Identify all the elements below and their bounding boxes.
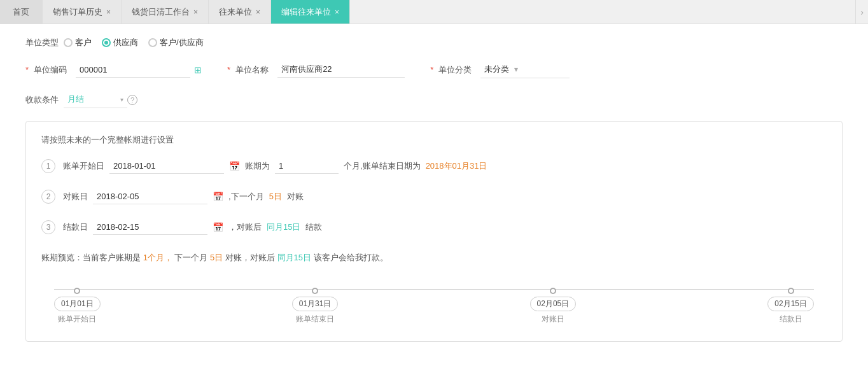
step-1-mid-text: 账期为 bbox=[245, 160, 270, 172]
timeline-label-2: 02月05日 bbox=[530, 297, 577, 311]
preview-bar: 账期预览：当前客户账期是 1个月， 下一个月 5日 对账，对账后 同月15日 该… bbox=[41, 250, 827, 265]
step-2-date-input[interactable] bbox=[93, 189, 207, 204]
step-2-label: 对账日 bbox=[63, 191, 88, 202]
radio-supplier-circle bbox=[102, 38, 111, 47]
timeline-label-1: 01月31日 bbox=[292, 297, 339, 311]
unit-category-label: 单位分类 bbox=[438, 64, 472, 76]
timeline-dot-3 bbox=[788, 288, 794, 294]
step-3-date-input[interactable] bbox=[93, 220, 207, 235]
tab-sales-history[interactable]: 销售订单历史 × bbox=[43, 0, 122, 24]
unit-info-row: * 单位编码 ⊞ * 单位名称 * 单位分类 未分类 ▾ bbox=[25, 61, 843, 78]
step-2-num: 2 bbox=[41, 190, 55, 204]
step-3-calendar-icon[interactable]: 📅 bbox=[213, 222, 223, 232]
step-1-label: 账单开始日 bbox=[63, 160, 104, 172]
timeline-item-1: 01月31日 账单结束日 bbox=[292, 288, 339, 325]
tab-sales-history-close[interactable]: × bbox=[106, 8, 111, 17]
radio-customer-circle bbox=[64, 38, 73, 47]
tab-home[interactable]: 首页 bbox=[0, 0, 43, 24]
tab-edit-partner[interactable]: 编辑往来单位 × bbox=[271, 0, 350, 24]
step-2-content: 对账日 📅 ,下一个月 5日 对账 bbox=[63, 189, 304, 204]
step-2-suffix-after: 对账 bbox=[287, 191, 304, 202]
step-3-suffix-before: ，对账后 bbox=[228, 222, 262, 233]
timeline-item-2: 02月05日 对账日 bbox=[530, 288, 577, 325]
period-section: 请按照未来的一个完整帐期进行设置 1 账单开始日 📅 账期为 个月,账单结束日期… bbox=[25, 121, 843, 342]
unit-name-input[interactable] bbox=[277, 62, 405, 78]
tab-cash-work-label: 钱货日清工作台 bbox=[132, 6, 190, 18]
unit-category-select[interactable]: 未分类 ▾ bbox=[480, 61, 570, 78]
preview-mid2: 对账，对账后 bbox=[225, 253, 275, 262]
timeline-item-3: 02月15日 结款日 bbox=[767, 288, 814, 325]
copy-icon[interactable]: ⊞ bbox=[194, 65, 202, 75]
step-3-label: 结款日 bbox=[63, 222, 88, 233]
tab-home-label: 首页 bbox=[13, 6, 29, 18]
unit-type-row: 单位类型 客户 供应商 客户/供应商 bbox=[25, 37, 843, 48]
timeline-items: 01月01日 账单开始日 01月31日 账单结束日 02月05日 对账日 02月… bbox=[54, 288, 814, 325]
step-1-num: 1 bbox=[41, 159, 55, 173]
unit-type-label: 单位类型 bbox=[25, 37, 59, 48]
tab-edit-partner-label: 编辑往来单位 bbox=[281, 6, 331, 18]
radio-customer-supplier-circle bbox=[148, 38, 157, 47]
tab-cash-work-close[interactable]: × bbox=[193, 8, 198, 17]
preview-highlight3: 同月15日 bbox=[277, 253, 311, 262]
tab-sales-history-label: 销售订单历史 bbox=[53, 6, 102, 18]
radio-customer-label: 客户 bbox=[75, 37, 92, 48]
radio-customer-supplier-label: 客户/供应商 bbox=[160, 37, 204, 48]
step-1-period-end: 2018年01月31日 bbox=[426, 160, 487, 172]
payment-terms-arrow: ▾ bbox=[120, 96, 123, 103]
tab-bar: 首页 销售订单历史 × 钱货日清工作台 × 往来单位 × 编辑往来单位 × › bbox=[0, 0, 868, 24]
timeline-item-0: 01月01日 账单开始日 bbox=[54, 288, 101, 325]
section-title: 请按照未来的一个完整帐期进行设置 bbox=[41, 134, 827, 146]
step-1-date-input[interactable] bbox=[109, 158, 224, 174]
timeline: 01月01日 账单开始日 01月31日 账单结束日 02月05日 对账日 02月… bbox=[41, 278, 827, 328]
step-1-content: 账单开始日 📅 账期为 个月,账单结束日期为 2018年01月31日 bbox=[63, 158, 487, 174]
unit-code-group: * 单位编码 ⊞ bbox=[25, 62, 202, 78]
unit-name-star: * bbox=[227, 65, 230, 74]
radio-customer-supplier[interactable]: 客户/供应商 bbox=[148, 37, 204, 48]
step-1-period-unit: 个月,账单结束日期为 bbox=[344, 160, 421, 172]
timeline-dot-2 bbox=[550, 288, 556, 294]
tab-partner-unit-close[interactable]: × bbox=[256, 8, 260, 17]
category-dropdown-arrow: ▾ bbox=[514, 65, 518, 74]
radio-customer[interactable]: 客户 bbox=[64, 37, 92, 48]
tab-partner-unit[interactable]: 往来单位 × bbox=[209, 0, 271, 24]
page-content: 单位类型 客户 供应商 客户/供应商 * 单位编码 ⊞ * 单位名称 bbox=[0, 24, 868, 387]
help-icon[interactable]: ? bbox=[127, 95, 137, 105]
tab-edit-partner-close[interactable]: × bbox=[335, 8, 339, 17]
unit-category-group: * 单位分类 未分类 ▾ bbox=[430, 61, 570, 78]
timeline-desc-1: 账单结束日 bbox=[296, 314, 334, 325]
tab-cash-work[interactable]: 钱货日清工作台 × bbox=[122, 0, 209, 24]
step-2-suffix-before: ,下一个月 bbox=[228, 191, 264, 202]
step-3-suffix-highlight: 同月15日 bbox=[267, 222, 300, 233]
timeline-dot-1 bbox=[312, 288, 318, 294]
unit-name-label: 单位名称 bbox=[235, 64, 269, 76]
preview-prefix: 账期预览：当前客户账期是 bbox=[41, 253, 141, 262]
tab-partner-unit-label: 往来单位 bbox=[219, 6, 252, 18]
payment-terms-value: 月结 bbox=[67, 94, 116, 105]
preview-mid1: 下一个月 bbox=[174, 253, 207, 262]
tab-expand-btn[interactable]: › bbox=[855, 0, 868, 24]
step-3-row: 3 结款日 📅 ，对账后 同月15日 结款 bbox=[41, 220, 827, 235]
chevron-right-icon: › bbox=[860, 7, 864, 17]
unit-type-radio-group: 客户 供应商 客户/供应商 bbox=[64, 37, 204, 48]
preview-highlight1: 1个月， bbox=[143, 253, 172, 262]
unit-code-star: * bbox=[25, 65, 29, 74]
timeline-desc-0: 账单开始日 bbox=[58, 314, 96, 325]
radio-supplier-label: 供应商 bbox=[113, 37, 138, 48]
timeline-desc-3: 结款日 bbox=[780, 314, 802, 325]
unit-name-group: * 单位名称 bbox=[227, 62, 405, 78]
step-1-calendar-icon[interactable]: 📅 bbox=[229, 161, 240, 171]
step-3-suffix-after: 结款 bbox=[305, 222, 322, 233]
timeline-desc-2: 对账日 bbox=[542, 314, 564, 325]
unit-category-value: 未分类 bbox=[484, 64, 509, 75]
preview-highlight2: 5日 bbox=[210, 253, 223, 262]
payment-terms-dropdown[interactable]: 月结 ▾ bbox=[64, 91, 127, 108]
step-3-content: 结款日 📅 ，对账后 同月15日 结款 bbox=[63, 220, 322, 235]
step-2-calendar-icon[interactable]: 📅 bbox=[213, 192, 223, 202]
unit-code-input[interactable] bbox=[76, 62, 190, 78]
step-2-suffix-highlight: 5日 bbox=[269, 191, 282, 202]
timeline-label-3: 02月15日 bbox=[767, 297, 814, 311]
step-1-period-input[interactable] bbox=[275, 158, 339, 174]
step-2-row: 2 对账日 📅 ,下一个月 5日 对账 bbox=[41, 189, 827, 204]
radio-supplier[interactable]: 供应商 bbox=[102, 37, 138, 48]
timeline-dot-0 bbox=[74, 288, 80, 294]
